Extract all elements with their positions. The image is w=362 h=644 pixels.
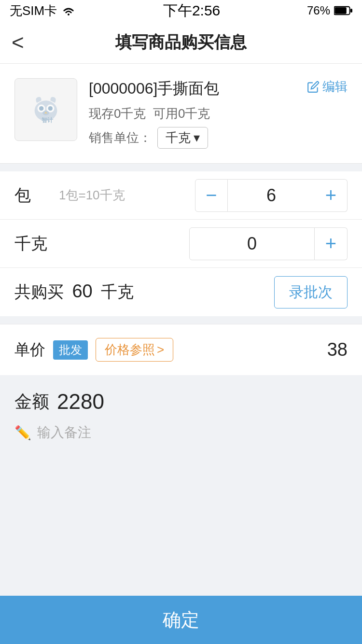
product-unit-row: 销售单位： 千克 ▾ — [89, 127, 348, 149]
svg-point-7 — [48, 106, 53, 111]
package-row: 包 1包=10千克 − + — [0, 171, 362, 220]
input-section: 包 1包=10千克 − + 千克 + 共购买 60 千克 录批次 — [0, 171, 362, 316]
battery-percent: 76% — [307, 4, 330, 17]
note-icon: ✏️ — [14, 425, 31, 441]
product-logo-icon: 智计 — [29, 93, 63, 126]
svg-text:智计: 智计 — [41, 117, 54, 123]
price-ref-label: 价格参照 — [105, 341, 155, 358]
edit-icon — [307, 81, 320, 93]
package-hint: 1包=10千克 — [59, 187, 195, 204]
price-section: 单价 批发 价格参照 > 38 — [0, 324, 362, 375]
status-right: 76% — [307, 4, 352, 17]
price-value: 38 — [327, 339, 348, 360]
package-quantity-control: − + — [195, 179, 348, 212]
product-card: 智计 [0000006]手撕面包 现存0千克 可用0千克 销售单位： 千克 ▾ … — [0, 64, 362, 164]
package-quantity-input[interactable] — [228, 179, 315, 212]
back-button[interactable]: < — [12, 32, 24, 53]
package-increment-button[interactable]: + — [315, 179, 348, 212]
kilogram-label: 千克 — [14, 233, 53, 255]
product-card-wrapper: 智计 [0000006]手撕面包 现存0千克 可用0千克 销售单位： 千克 ▾ … — [0, 64, 362, 164]
package-decrement-button[interactable]: − — [195, 179, 228, 212]
batch-button[interactable]: 录批次 — [274, 276, 348, 308]
edit-label: 编辑 — [322, 78, 348, 95]
wifi-icon — [61, 5, 76, 16]
summary-row: 共购买 60 千克 录批次 — [0, 268, 362, 316]
package-label: 包 — [14, 184, 53, 207]
confirm-button[interactable]: 确定 — [0, 596, 362, 644]
product-stock: 现存0千克 可用0千克 — [89, 105, 348, 122]
svg-point-6 — [39, 106, 43, 111]
kilogram-quantity-control: + — [189, 227, 348, 260]
unit-dropdown[interactable]: 千克 ▾ — [157, 127, 208, 149]
svg-rect-2 — [334, 7, 346, 14]
section-divider-2 — [0, 316, 362, 324]
summary-quantity: 60 — [72, 281, 92, 301]
section-divider-1 — [0, 164, 362, 171]
price-ref-button[interactable]: 价格参照 > — [96, 338, 173, 362]
page-title: 填写商品购买信息 — [115, 31, 247, 54]
note-placeholder: 输入备注 — [37, 423, 91, 442]
kilogram-increment-button[interactable]: + — [315, 227, 348, 260]
amount-label: 金额 — [14, 390, 49, 414]
nav-bar: < 填写商品购买信息 — [0, 21, 362, 64]
kilogram-row: 千克 + — [0, 220, 362, 268]
status-bar: 无SIM卡 下午2:56 76% — [0, 0, 362, 21]
amount-row: 金额 2280 — [14, 390, 348, 414]
carrier-text: 无SIM卡 — [10, 2, 57, 19]
product-image: 智计 — [14, 78, 77, 141]
edit-button[interactable]: 编辑 — [307, 78, 348, 95]
note-row[interactable]: ✏️ 输入备注 — [14, 423, 348, 442]
svg-rect-1 — [350, 9, 352, 13]
unit-label: 销售单位： — [89, 129, 152, 146]
summary-text: 共购买 60 千克 — [14, 281, 134, 303]
status-time: 下午2:56 — [163, 1, 220, 21]
price-label: 单价 — [14, 339, 45, 361]
status-left: 无SIM卡 — [10, 2, 76, 19]
amount-section: 金额 2280 ✏️ 输入备注 — [0, 375, 362, 451]
amount-value: 2280 — [57, 390, 104, 414]
summary-prefix: 共购买 — [14, 282, 64, 301]
price-ref-arrow: > — [157, 342, 164, 357]
summary-unit: 千克 — [101, 282, 134, 301]
kilogram-quantity-input[interactable] — [189, 227, 315, 260]
bottom-fill — [0, 451, 362, 596]
battery-icon — [334, 5, 352, 16]
price-badge: 批发 — [53, 340, 88, 360]
